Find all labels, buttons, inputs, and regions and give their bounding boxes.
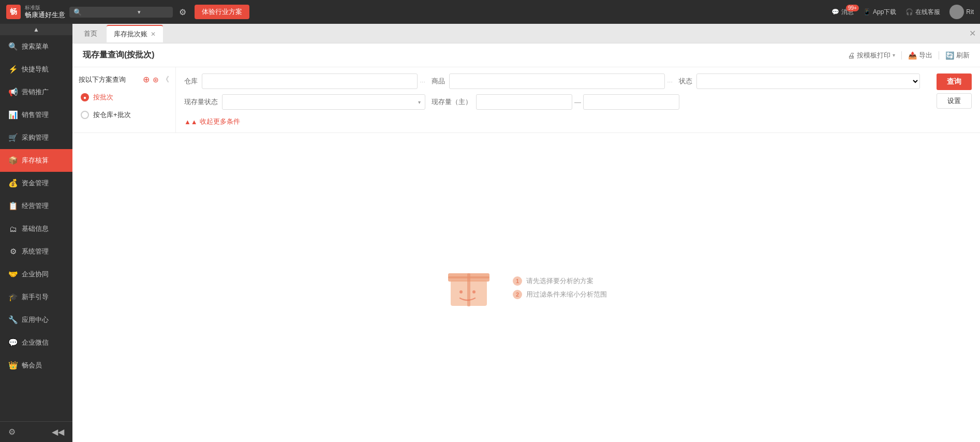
warehouse-field: 仓库 ··· — [184, 73, 425, 89]
sidebar-label-quicknav: 快捷导航 — [22, 65, 49, 74]
sidebar-item-purchase[interactable]: 🛒 采购管理 — [0, 126, 72, 149]
sidebar-icon-appcenter: 🔧 — [8, 315, 18, 325]
sidebar-item-newguide[interactable]: 🎓 新手引导 — [0, 286, 72, 308]
settings-button[interactable]: 设置 — [937, 93, 972, 109]
topbar: 畅 标准版 畅康通好生意 🔍 ▾ ⚙ 体验行业方案 💬 消息 99+ 📱 App… — [0, 0, 980, 24]
sidebar-item-enterprise[interactable]: 🤝 企业协同 — [0, 263, 72, 286]
print-dropdown-icon[interactable]: ▾ — [893, 52, 895, 58]
collapse-icon[interactable]: ◀◀ — [52, 427, 64, 437]
sidebar-label-member: 畅会员 — [22, 361, 42, 370]
sidebar-item-search[interactable]: 🔍 搜索菜单 — [0, 35, 72, 58]
scheme-panel-actions: ⊕ ⊛ 《 — [143, 75, 169, 84]
refresh-icon: 🔄 — [945, 51, 954, 60]
svg-point-4 — [459, 290, 463, 293]
action-bar: 查询 设置 — [928, 67, 980, 132]
export-action[interactable]: 📤 导出 — [908, 51, 932, 60]
query-button[interactable]: 查询 — [937, 73, 972, 90]
app-download-item[interactable]: 📱 App下载 — [863, 8, 896, 17]
sidebar-icon-sales: 📊 — [8, 110, 18, 120]
tab-label-inventory_batch: 库存批次账 — [114, 30, 147, 39]
message-icon: 💬 — [831, 8, 839, 16]
sidebar-item-basics[interactable]: 🗂 基础信息 — [0, 217, 72, 240]
inventory-qty-field: 现存量（主） — — [432, 94, 673, 110]
scheme-item-batch[interactable]: ● 按批次 — [72, 89, 175, 106]
online-service-item[interactable]: 🎧 在线客服 — [905, 8, 940, 17]
messages-item[interactable]: 💬 消息 99+ — [831, 8, 854, 17]
filter-row-2: 现存量状态 ▾ 现存量（主） — — [184, 94, 920, 110]
scheme-settings-icon[interactable]: ⊛ — [153, 76, 159, 84]
sidebar-icon-finance: 💰 — [8, 179, 18, 188]
tab-inventory_batch[interactable]: 库存批次账✕ — [107, 25, 163, 42]
page-header: 现存量查询(按批次) 🖨 按模板打印 ▾ 📤 导出 🔄 刷新 — [72, 43, 980, 67]
sidebar-icon-inventory: 📦 — [8, 156, 18, 165]
sidebar-label-sales: 销售管理 — [22, 110, 49, 120]
goods-input[interactable] — [449, 73, 665, 89]
sidebar-scroll-up[interactable]: ▲ — [0, 24, 72, 35]
sidebar-icon-newguide: 🎓 — [8, 292, 18, 302]
sidebar-bottom: ⚙ ◀◀ — [0, 421, 72, 442]
sidebar-item-finance[interactable]: 💰 资金管理 — [0, 172, 72, 195]
scheme-dot-active: ● — [81, 93, 89, 101]
chevron-down-icon: ▾ — [418, 99, 421, 105]
sidebar-item-member[interactable]: 👑 畅会员 — [0, 354, 72, 377]
goods-more-icon[interactable]: ··· — [667, 78, 673, 85]
empty-icon — [446, 262, 497, 314]
main-layout: ▲ 🔍 搜索菜单 ⚡ 快捷导航 📢 营销推广 📊 销售管理 🛒 采购管理 📦 库… — [0, 24, 980, 442]
sidebar-icon-operations: 📋 — [8, 201, 18, 211]
divider2 — [939, 51, 939, 60]
filter-row-1: 仓库 ··· 商品 ··· 状态 — [184, 73, 920, 89]
phone-icon: 📱 — [863, 8, 871, 16]
tip-num-2: 2 — [513, 290, 522, 299]
svg-rect-3 — [467, 273, 470, 306]
print-action[interactable]: 🖨 按模板打印 ▾ — [848, 51, 895, 60]
inventory-status-select[interactable]: ▾ — [222, 94, 425, 110]
user-avatar-area[interactable]: Rit — [949, 5, 974, 19]
search-input[interactable] — [84, 8, 136, 16]
sidebar-icon-quicknav: ⚡ — [8, 65, 18, 74]
sidebar-item-sales[interactable]: 📊 销售管理 — [0, 104, 72, 126]
collapse-conditions[interactable]: ▲▲ 收起更多条件 — [184, 117, 920, 126]
page-title: 现存量查询(按批次) — [83, 50, 155, 61]
sidebar-item-wxwork[interactable]: 💬 企业微信 — [0, 331, 72, 354]
search-dropdown-icon[interactable]: ▾ — [138, 9, 141, 16]
brand-info: 标准版 畅康通好生意 — [25, 4, 65, 20]
empty-state: 1 请先选择要分析的方案 2 用过滤条件来缩小分析范围 — [72, 133, 980, 442]
add-scheme-icon[interactable]: ⊕ — [143, 75, 150, 84]
sidebar-item-system[interactable]: ⚙ 系统管理 — [0, 240, 72, 263]
sidebar-icon-purchase: 🛒 — [8, 133, 18, 142]
settings-bottom-icon[interactable]: ⚙ — [8, 427, 16, 437]
sidebar-label-operations: 经营管理 — [22, 201, 49, 211]
print-icon: 🖨 — [848, 51, 855, 60]
tab-home[interactable]: 首页 — [77, 25, 105, 42]
warehouse-input[interactable] — [202, 73, 418, 89]
sidebar-icon-system: ⚙ — [8, 247, 18, 256]
inventory-qty-max[interactable] — [583, 94, 679, 110]
status-select[interactable] — [696, 73, 920, 89]
headset-icon: 🎧 — [905, 8, 913, 16]
scheme-collapse-icon[interactable]: 《 — [162, 75, 169, 84]
empty-tip-2: 2 用过滤条件来缩小分析范围 — [513, 290, 607, 299]
warehouse-more-icon[interactable]: ··· — [420, 78, 425, 85]
app-logo: 畅 — [6, 5, 21, 19]
sidebar-item-operations[interactable]: 📋 经营管理 — [0, 195, 72, 217]
tab-close-inventory_batch[interactable]: ✕ — [151, 31, 156, 38]
sidebar-item-inventory[interactable]: 📦 库存核算 — [0, 149, 72, 172]
refresh-action[interactable]: 🔄 刷新 — [945, 51, 970, 60]
search-area[interactable]: 🔍 ▾ — [69, 7, 173, 18]
sidebar-icon-marketing: 📢 — [8, 87, 18, 97]
panel-close-button[interactable]: ✕ — [969, 28, 976, 38]
sidebar-label-wxwork: 企业微信 — [22, 338, 49, 347]
sidebar-item-appcenter[interactable]: 🔧 应用中心 — [0, 308, 72, 331]
status-field: 状态 — [679, 73, 920, 89]
sidebar-item-quicknav[interactable]: ⚡ 快捷导航 — [0, 58, 72, 81]
sidebar-item-marketing[interactable]: 📢 营销推广 — [0, 81, 72, 104]
trial-button[interactable]: 体验行业方案 — [195, 5, 249, 19]
inventory-qty-min[interactable] — [476, 94, 572, 110]
content-area: 首页库存批次账✕ ✕ 现存量查询(按批次) 🖨 按模板打印 ▾ 📤 导出 🔄 — [72, 24, 980, 442]
scheme-panel-header: 按以下方案查询 ⊕ ⊛ 《 — [72, 72, 175, 89]
empty-tip-1: 1 请先选择要分析的方案 — [513, 276, 607, 286]
sidebar-label-newguide: 新手引导 — [22, 292, 49, 302]
tip-num-1: 1 — [513, 276, 522, 286]
settings-icon[interactable]: ⚙ — [179, 7, 186, 17]
scheme-item-warehouse-batch[interactable]: 按仓库+批次 — [72, 106, 175, 124]
